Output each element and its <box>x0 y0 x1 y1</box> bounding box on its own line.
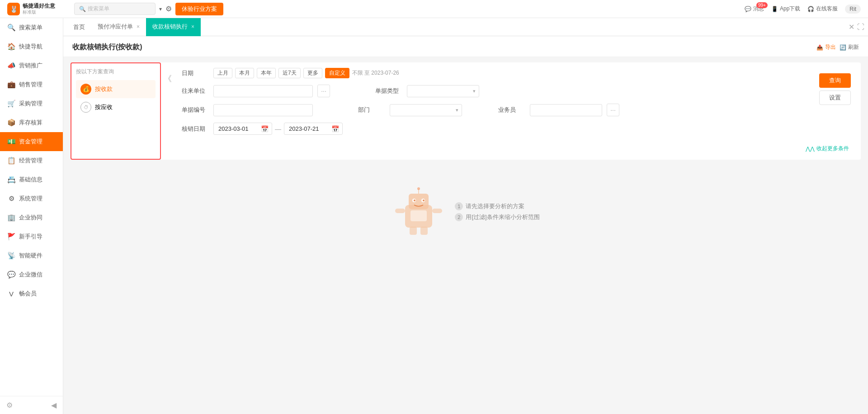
date-label: 日期 <box>182 69 209 77</box>
svg-point-7 <box>417 187 420 190</box>
tab-home[interactable]: 首页 <box>67 18 91 36</box>
app-download-link[interactable]: 📱 App下载 <box>771 5 800 13</box>
sidebar-item-management[interactable]: 📋 经营管理 <box>0 151 63 170</box>
sidebar-label-nav: 快捷导航 <box>19 43 42 51</box>
search-icon: 🔍 <box>7 24 15 32</box>
user-profile[interactable]: Rit <box>845 5 861 14</box>
sidebar-item-sales[interactable]: 💼 销售管理 <box>0 75 63 94</box>
sidebar-item-inventory[interactable]: 📦 库存核算 <box>0 113 63 132</box>
verify-date-row: 核销日期 📅 — 📅 <box>182 123 819 135</box>
step1-text: 请先选择要分析的方案 <box>466 202 524 210</box>
filter-option-by-receipt[interactable]: 💰 按收款 <box>76 80 156 98</box>
form-area: 日期 上月 本月 本年 <box>175 62 861 160</box>
verify-date-picker: 📅 — 📅 <box>213 123 343 135</box>
dept-select-wrapper <box>390 104 462 116</box>
sidebar-item-member[interactable]: V 畅会员 <box>0 284 63 303</box>
verify-date-start-input[interactable] <box>213 123 272 135</box>
sales-icon: 💼 <box>7 81 15 89</box>
marketing-icon: 📣 <box>7 62 15 70</box>
brand-text: 畅捷通好生意 标准版 <box>23 3 55 14</box>
top-bar-right: 💬 消息 99+ 📱 App下载 🎧 在线客服 Rit <box>745 5 861 14</box>
date-btn-this-year[interactable]: 本年 <box>257 68 276 78</box>
sidebar-label-marketing: 营销推广 <box>19 62 42 70</box>
bill-type-select-wrapper <box>407 85 479 97</box>
step-num-1: 1 <box>455 202 463 210</box>
query-button[interactable]: 查询 <box>819 73 851 88</box>
date-btn-this-month[interactable]: 本月 <box>235 68 254 78</box>
step-num-2: 2 <box>455 213 463 221</box>
empty-robot-illustration <box>392 187 446 237</box>
dept-select[interactable] <box>390 104 462 116</box>
salesperson-dots[interactable]: ··· <box>607 104 619 116</box>
counterpart-dots[interactable]: ··· <box>317 85 330 97</box>
verify-date-end-input[interactable] <box>284 123 343 135</box>
sidebar-label-wechat: 企业微信 <box>19 271 42 279</box>
date-btn-last-month[interactable]: 上月 <box>213 68 232 78</box>
collapse-more-row: ⋀⋀ 收起更多条件 <box>182 143 854 154</box>
collapse-filter-button[interactable]: 《 <box>161 70 175 88</box>
sidebar-item-nav[interactable]: 🏠 快捷导航 <box>0 37 63 56</box>
sidebar-label-system: 系统管理 <box>19 195 42 203</box>
basics-icon: 📇 <box>7 176 15 184</box>
tab-collection-close[interactable]: × <box>191 24 194 30</box>
counterpart-input[interactable] <box>213 85 313 97</box>
verify-date-label: 核销日期 <box>182 125 209 133</box>
settings-bottom-icon[interactable]: ⚙ <box>6 401 13 409</box>
filter-option-by-receivable[interactable]: ⏱ 按应收 <box>76 98 156 116</box>
sidebar-item-enterprise[interactable]: 🏢 企业协同 <box>0 208 63 227</box>
sidebar-item-system[interactable]: ⚙ 系统管理 <box>0 189 63 208</box>
svg-point-4 <box>414 200 415 201</box>
verify-date-end-wrap: 📅 <box>284 123 343 135</box>
date-btn-7days[interactable]: 近7天 <box>278 68 301 78</box>
sidebar-label-guide: 新手引导 <box>19 233 42 241</box>
top-bar-left: 🐰 畅捷通好生意 标准版 🔍 搜索菜单 ▾ ⚙ 休验行业方案 <box>7 3 745 15</box>
sidebar-item-basics[interactable]: 📇 基础信息 <box>0 170 63 189</box>
search-panel: 按以下方案查询 💰 按收款 ⏱ 按应收 <box>71 62 861 160</box>
collapse-sidebar-icon[interactable]: ◀ <box>51 401 57 409</box>
home-icon: 🏠 <box>7 43 15 51</box>
tab-expand-icon[interactable]: ⛶ <box>857 23 864 31</box>
solution-button[interactable]: 休验行业方案 <box>175 3 223 15</box>
sidebar-item-marketing[interactable]: 📣 营销推广 <box>0 56 63 75</box>
billnum-row: 单据编号 部门 业务员 <box>182 104 819 116</box>
counterpart-row: 往来单位 ··· 单据类型 <box>182 85 819 97</box>
sidebar-item-hardware[interactable]: 📡 智能硬件 <box>0 246 63 265</box>
verify-date-start-wrap: 📅 <box>213 123 272 135</box>
tab-collection[interactable]: 收款核销执行 × <box>146 18 201 36</box>
gear-icon[interactable]: ⚙ <box>165 5 172 13</box>
empty-step-2: 2 用[过滤]条件来缩小分析范围 <box>455 213 539 221</box>
sidebar-label-basics: 基础信息 <box>19 176 42 184</box>
settings-button[interactable]: 设置 <box>819 90 851 105</box>
collapse-more-icon: ⋀⋀ <box>806 146 815 152</box>
tab-prepay[interactable]: 预付冲应付单 × <box>91 18 146 36</box>
sidebar-item-finance[interactable]: 💵 资金管理 <box>0 132 63 151</box>
sidebar-item-purchase[interactable]: 🛒 采购管理 <box>0 94 63 113</box>
sidebar-item-guide[interactable]: 🚩 新手引导 <box>0 227 63 246</box>
svg-rect-12 <box>410 210 427 221</box>
svg-rect-8 <box>395 209 405 213</box>
bill-num-input[interactable] <box>213 104 313 116</box>
sidebar-item-search[interactable]: 🔍 搜索菜单 <box>0 18 63 37</box>
tab-close-all-icon[interactable]: ✕ <box>849 23 854 31</box>
svg-rect-10 <box>410 227 417 235</box>
collapse-more-button[interactable]: ⋀⋀ 收起更多条件 <box>801 143 854 154</box>
tab-prepay-close[interactable]: × <box>137 24 140 30</box>
salesperson-input[interactable] <box>530 104 602 116</box>
refresh-button[interactable]: 🔄 刷新 <box>840 43 859 51</box>
dropdown-toggle[interactable]: ▾ <box>159 6 162 12</box>
top-bar-search[interactable]: 🔍 搜索菜单 <box>74 3 156 15</box>
tab-actions: ✕ ⛶ <box>849 23 864 31</box>
empty-step-1: 1 请先选择要分析的方案 <box>455 202 539 210</box>
date-btn-more[interactable]: 更多 <box>303 68 322 78</box>
filter-title: 按以下方案查询 <box>76 68 156 76</box>
export-button[interactable]: 📤 导出 <box>816 43 836 51</box>
svg-rect-11 <box>420 227 428 235</box>
date-separator: — <box>275 125 281 133</box>
sidebar-item-wechat[interactable]: 💬 企业微信 <box>0 265 63 284</box>
bill-type-select[interactable] <box>407 85 479 97</box>
message-button[interactable]: 💬 消息 99+ <box>745 5 764 13</box>
date-filter-group: 上月 本月 本年 近7天 <box>213 68 399 78</box>
tab-bar: 首页 预付冲应付单 × 收款核销执行 × ✕ ⛶ <box>63 18 868 36</box>
date-btn-custom[interactable]: 自定义 <box>325 68 349 78</box>
online-service-link[interactable]: 🎧 在线客服 <box>807 5 838 13</box>
